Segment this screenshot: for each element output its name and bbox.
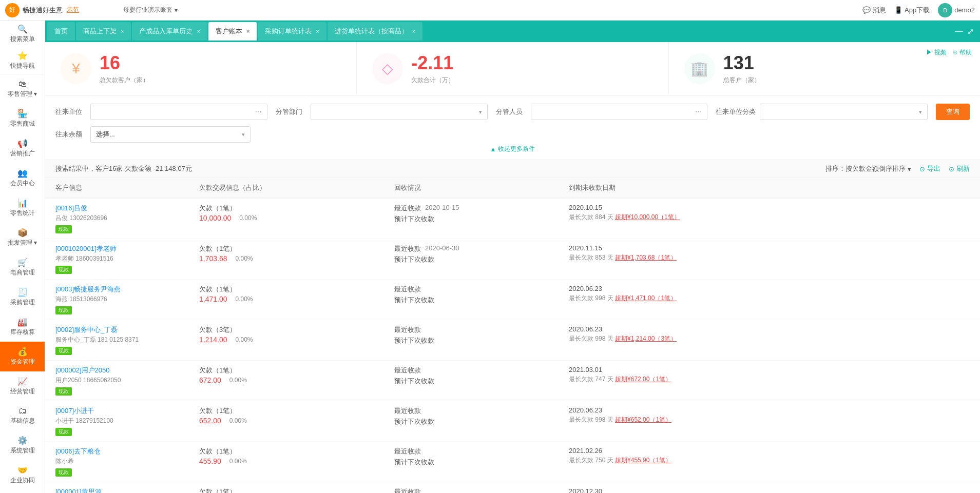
table-row: [000002]用户2050 用户2050 18665062050 现款 欠款（… xyxy=(45,361,980,401)
tab-production[interactable]: 产成品入库单历史 × xyxy=(132,22,207,41)
customer-name-6[interactable]: [0006]去下粮仓 xyxy=(55,447,101,455)
top-bar-right: 💬 消息 📱 App下载 D demo2 xyxy=(862,3,975,17)
content-area: 首页 商品上下架 × 产成品入库单历史 × 客户账本 × 采购订单统计表 × xyxy=(45,21,980,493)
recovery-info-5: 最近收款 预计下次收款 xyxy=(394,406,569,428)
data-table: 客户信息 欠款交易信息（占比） 回收情况 到期未收款日期 [0016]吕俊 吕俊… xyxy=(45,178,980,493)
sidebar-section: 🛍 零售管理 ▾ 🏪 零售商城 📢 营销推广 👥 会员中心 📊 零 xyxy=(0,74,45,493)
person-input[interactable]: ··· xyxy=(531,104,708,120)
tab-close-products[interactable]: × xyxy=(121,28,124,34)
tab-purchase-order[interactable]: 采购订单统计表 × xyxy=(258,22,326,41)
overdue-link-2[interactable]: 超期¥1,471.00（1笔） xyxy=(615,294,677,302)
dept-chevron: ▾ xyxy=(479,109,482,115)
tab-close-purchase-stat[interactable]: × xyxy=(412,28,415,34)
collapse-btn[interactable]: ▲ 收起更多条件 xyxy=(490,145,535,153)
sidebar-quick-nav[interactable]: ⭐ 快捷导航 xyxy=(0,47,45,74)
card-number-3: 131 xyxy=(723,52,760,74)
export-btn[interactable]: ⊙ 导出 xyxy=(919,164,940,173)
recovery-info-1: 最近收款 2020-06-30 预计下次收款 xyxy=(394,244,569,266)
category-select[interactable]: ▾ xyxy=(760,104,928,120)
sidebar-item-retail-store[interactable]: 🏪 零售商城 xyxy=(0,104,45,133)
overdue-link-1[interactable]: 超期¥1,703.68（1笔） xyxy=(615,254,677,261)
minimize-icon[interactable]: — xyxy=(955,27,963,36)
category-chevron: ▾ xyxy=(919,109,922,115)
tab-products[interactable]: 商品上下架 × xyxy=(76,22,131,41)
video-btn[interactable]: ▶ 视频 xyxy=(926,48,946,57)
tab-home[interactable]: 首页 xyxy=(47,22,75,41)
operations-icon: 📈 xyxy=(17,377,28,386)
debt-info-7: 欠款（1笔） 429.00 0.00% xyxy=(199,487,394,493)
dept-select[interactable]: ▾ xyxy=(311,104,488,120)
overdue-info-3: 2020.06.23 最长欠款 998 天 超期¥1,214.00（3笔） xyxy=(569,325,970,343)
overdue-link-4[interactable]: 超期¥672.00（1笔） xyxy=(615,376,671,383)
balance-chevron: ▾ xyxy=(242,131,245,138)
overdue-info-0: 2020.10.15 最长欠款 884 天 超期¥10,000.00（1笔） xyxy=(569,204,970,222)
retail-mgmt-icon: 🛍 xyxy=(18,80,27,89)
sidebar-item-purchase[interactable]: 🧾 采购管理 xyxy=(0,282,45,312)
sidebar-item-ecommerce[interactable]: 🛒 电商管理 xyxy=(0,252,45,282)
video-icon: ▶ xyxy=(926,49,932,56)
sidebar-item-operations[interactable]: 📈 经营管理 xyxy=(0,371,45,401)
sidebar-item-corp-coop[interactable]: 🤝 企业协同 xyxy=(0,460,45,490)
sidebar-item-retail-mgmt[interactable]: 🛍 零售管理 ▾ xyxy=(0,74,45,104)
member-icon: 👥 xyxy=(17,168,28,178)
field-category-label: 往来单位分类 xyxy=(716,107,756,116)
system-icon: ⚙️ xyxy=(17,436,28,445)
field-balance-label: 往来余额 xyxy=(55,130,86,139)
overdue-link-6[interactable]: 超期¥455.90（1笔） xyxy=(615,457,671,464)
balance-select[interactable]: 选择... ▾ xyxy=(90,126,251,143)
tab-close-purchase-order[interactable]: × xyxy=(316,28,319,34)
help-btn[interactable]: ⊙ 帮助 xyxy=(953,48,972,57)
app-download-btn[interactable]: 📱 App下载 xyxy=(894,6,930,15)
customer-name-7[interactable]: [000001]黄思源 xyxy=(55,488,102,493)
debt-percent-5: 0.00% xyxy=(229,417,247,424)
customer-name-4[interactable]: [000002]用户2050 xyxy=(55,366,110,374)
help-icon: ⊙ xyxy=(953,49,958,56)
sidebar-search[interactable]: 🔍 搜索菜单 xyxy=(0,21,45,47)
summary-card-3: 🏢 131 总客户（家） ▶ 视频 ⊙ 帮助 xyxy=(669,42,980,95)
debt-percent-3: 0.00% xyxy=(236,336,253,343)
sidebar-item-retail-stat[interactable]: 📊 零售统计 xyxy=(0,193,45,223)
sidebar-item-member[interactable]: 👥 会员中心 xyxy=(0,163,45,193)
refresh-btn[interactable]: ⊙ 刷新 xyxy=(949,164,970,173)
overdue-days-0: 最长欠款 884 天 超期¥10,000.00（1笔） xyxy=(569,213,970,222)
collapse-row: ▲ 收起更多条件 xyxy=(55,143,970,155)
tab-customer-account[interactable]: 客户账本 × xyxy=(208,22,257,41)
sidebar-item-warehouse[interactable]: 🏭 库存核算 xyxy=(0,312,45,342)
industry-selector[interactable]: 母婴行业演示账套 ▾ xyxy=(123,6,178,14)
user-btn[interactable]: D demo2 xyxy=(938,3,975,17)
customer-name-5[interactable]: [0007]小进干 xyxy=(55,407,94,415)
unit-input[interactable]: ··· xyxy=(90,104,267,120)
sort-btn[interactable]: 排序：按欠款金额倒序排序 ▾ xyxy=(825,164,911,173)
sidebar-item-batch-mgmt[interactable]: 📦 批发管理 ▾ xyxy=(0,223,45,252)
search-button[interactable]: 查询 xyxy=(936,104,970,120)
debt-percent-1: 0.00% xyxy=(236,255,253,262)
card-top-right: ▶ 视频 ⊙ 帮助 xyxy=(926,48,972,57)
debt-amount-4: 672.00 xyxy=(199,376,221,384)
card-body-2: -2.11 欠款合计（万） xyxy=(411,52,454,85)
customer-name-1[interactable]: [0001020001]孝老师 xyxy=(55,245,117,252)
overdue-date-5: 2020.06.23 xyxy=(569,406,970,414)
message-btn[interactable]: 💬 消息 xyxy=(862,6,886,15)
link-text[interactable]: 示范 xyxy=(67,6,79,14)
tab-purchase-stat[interactable]: 进货单统计表（按商品） × xyxy=(328,22,422,41)
sidebar-item-system[interactable]: ⚙️ 系统管理 xyxy=(0,430,45,460)
refresh-icon: ⊙ xyxy=(949,165,954,173)
tab-close-production[interactable]: × xyxy=(197,28,200,34)
sidebar-item-basic-info[interactable]: 🗂 基础信息 xyxy=(0,401,45,430)
customer-name-0[interactable]: [0016]吕俊 xyxy=(55,204,87,212)
sidebar-item-new-guide[interactable]: 🆕 新手引导 xyxy=(0,490,45,493)
customer-phone-5: 小进干 18279152100 xyxy=(55,417,199,425)
overdue-link-5[interactable]: 超期¥652.00（1笔） xyxy=(615,416,671,423)
tab-close-customer[interactable]: × xyxy=(246,28,249,34)
overdue-link-3[interactable]: 超期¥1,214.00（3笔） xyxy=(615,335,677,342)
customer-name-3[interactable]: [0002]服务中心_丁磊 xyxy=(55,326,118,333)
collapse-icon: ▲ xyxy=(490,146,496,153)
maximize-icon[interactable]: ⤢ xyxy=(967,27,974,36)
debt-info-3: 欠款（3笔） 1,214.00 0.00% xyxy=(199,325,394,345)
unit-dots: ··· xyxy=(255,107,261,116)
overdue-link-0[interactable]: 超期¥10,000.00（1笔） xyxy=(615,213,680,221)
sidebar-item-finance[interactable]: 💰 资金管理 xyxy=(0,342,45,371)
sidebar-item-marketing[interactable]: 📢 营销推广 xyxy=(0,133,45,163)
card-number-1: 16 xyxy=(100,52,149,74)
customer-name-2[interactable]: [0003]畅捷服务尹海燕 xyxy=(55,285,121,293)
